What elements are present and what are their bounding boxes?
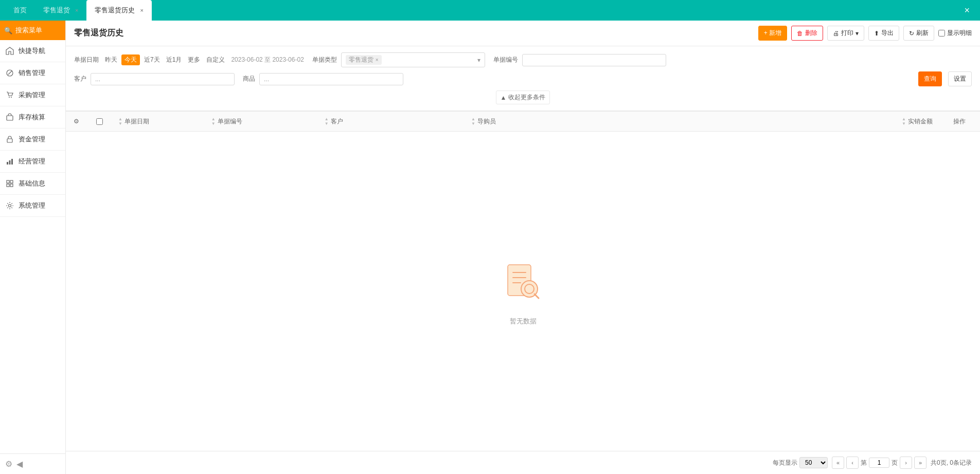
voucher-no-sort-icon: ▲▼: [211, 117, 216, 126]
sidebar-item-finance[interactable]: 资金管理: [0, 129, 65, 151]
app-wrapper: 首页 零售退货 × 零售退货历史 × × 🔍 搜索菜单: [0, 0, 980, 474]
query-button[interactable]: 查询: [918, 71, 942, 86]
export-icon: ⬆: [874, 30, 879, 37]
sidebar-item-sys-mgmt-label: 系统管理: [19, 201, 45, 210]
tab-retail-return-history[interactable]: 零售退货历史 ×: [86, 0, 151, 21]
th-customer[interactable]: ▲▼ 客户: [318, 112, 465, 131]
svg-rect-3: [7, 116, 13, 120]
th-checkbox[interactable]: [86, 112, 112, 131]
print-button[interactable]: 🖨 打印 ▾: [827, 26, 864, 41]
date-opt-7days[interactable]: 近7天: [142, 54, 162, 65]
app-close-button[interactable]: ×: [959, 5, 975, 16]
refresh-icon: ↻: [909, 30, 914, 37]
th-voucher-no-label: 单据编号: [218, 117, 242, 126]
page-title: 零售退货历史: [74, 28, 123, 39]
voucher-no-input[interactable]: [522, 54, 666, 66]
filter-settings-button[interactable]: 设置: [948, 71, 972, 86]
date-opt-custom[interactable]: 自定义: [204, 54, 227, 65]
main-content: 零售退货历史 + 新增 🗑 删除 🖨 打印 ▾ ⬆ 导出: [66, 21, 980, 474]
voucher-date-sort-icon: ▲▼: [118, 117, 122, 126]
customer-selector[interactable]: ...: [91, 73, 235, 85]
select-all-checkbox[interactable]: [96, 118, 103, 125]
pagination: 每页显示 10 20 50 100 « ‹ 第 页 › »: [66, 451, 980, 474]
svg-point-2: [11, 97, 12, 98]
sidebar-search[interactable]: 🔍 搜索菜单: [0, 21, 65, 40]
filter-row-1: 单据日期 昨天 今天 近7天 近1月 更多 自定义 2023-06-02 至 2…: [74, 52, 972, 67]
svg-point-12: [9, 205, 11, 207]
sidebar-item-quick-nav-label: 快捷导航: [19, 46, 45, 56]
show-detail-checkbox-label[interactable]: 显示明细: [938, 29, 972, 38]
main-area: 🔍 搜索菜单 快捷导航 销售管理 采购管理: [0, 21, 980, 474]
sidebar-item-sales-mgmt[interactable]: 销售管理: [0, 62, 65, 84]
show-detail-checkbox[interactable]: [938, 30, 945, 37]
guide-sort-icon: ▲▼: [471, 117, 475, 126]
search-icon: 🔍: [4, 27, 12, 34]
table-area: ⚙ ▲▼ 单据日期 ▲▼ 单据编号 ▲▼ 客户: [66, 111, 980, 451]
filter-voucher-no: 单据编号: [493, 54, 666, 66]
filter-buttons: 查询 设置: [918, 71, 972, 86]
table-settings-icon[interactable]: ⚙: [74, 118, 79, 125]
th-guide[interactable]: ▲▼ 导购员: [465, 112, 578, 131]
sidebar-item-purchase-mgmt[interactable]: 采购管理: [0, 84, 65, 106]
empty-icon: [497, 257, 549, 308]
th-voucher-date[interactable]: ▲▼ 单据日期: [112, 112, 205, 131]
tab-home-label: 首页: [13, 6, 27, 15]
collapse-filter-button[interactable]: ▲ 收起更多条件: [496, 90, 550, 104]
export-button[interactable]: ⬆ 导出: [868, 26, 899, 41]
sidebar-item-quick-nav[interactable]: 快捷导航: [0, 40, 65, 62]
tab-home[interactable]: 首页: [5, 0, 35, 21]
delete-label: 删除: [805, 29, 817, 38]
tab-retail-return-history-close[interactable]: ×: [140, 7, 143, 13]
refresh-button[interactable]: ↻ 刷新: [903, 26, 934, 41]
svg-point-1: [9, 97, 10, 98]
voucher-type-tag-close[interactable]: ×: [376, 57, 379, 63]
svg-rect-5: [7, 162, 8, 165]
tab-retail-return-label: 零售退货: [43, 6, 70, 15]
th-settings[interactable]: ⚙: [66, 112, 86, 131]
sidebar-item-finance-label: 资金管理: [19, 135, 45, 144]
sidebar-item-inventory[interactable]: 库存核算: [0, 106, 65, 129]
date-opt-yesterday[interactable]: 昨天: [103, 54, 119, 65]
voucher-type-dropdown-icon: ▾: [477, 57, 480, 64]
page-size-select[interactable]: 10 20 50 100: [799, 457, 828, 468]
th-operation-label: 操作: [953, 117, 966, 126]
tab-retail-return-close[interactable]: ×: [75, 7, 78, 13]
collapse-filter-label: 收起更多条件: [508, 93, 545, 102]
page-prev-button[interactable]: ‹: [846, 457, 859, 469]
sidebar-settings-button[interactable]: ⚙: [5, 459, 12, 469]
page-nav: « ‹ 第 页 › »: [832, 457, 926, 469]
new-button[interactable]: + 新增: [758, 26, 787, 41]
sidebar-item-sys-mgmt[interactable]: 系统管理: [0, 195, 65, 217]
svg-rect-9: [10, 180, 13, 183]
voucher-date-label: 单据日期: [74, 56, 99, 64]
sidebar-item-base-info[interactable]: 基础信息: [0, 173, 65, 195]
goods-selector[interactable]: ...: [259, 73, 403, 85]
th-actual-amount[interactable]: ▲▼ 实销金额: [859, 112, 939, 131]
delete-button[interactable]: 🗑 删除: [791, 26, 823, 41]
tab-retail-return[interactable]: 零售退货 ×: [35, 0, 86, 21]
date-opt-1month[interactable]: 近1月: [164, 54, 184, 65]
page-next-button[interactable]: ›: [900, 457, 912, 469]
lock-icon: [5, 135, 14, 144]
page-last-button[interactable]: »: [914, 457, 926, 469]
voucher-type-tag-text: 零售退货: [349, 56, 373, 64]
th-voucher-no[interactable]: ▲▼ 单据编号: [205, 112, 318, 131]
sidebar-collapse-button[interactable]: ◀: [16, 459, 23, 469]
page-first-button[interactable]: «: [832, 457, 844, 469]
voucher-type-selector[interactable]: 零售退货 × ▾: [341, 52, 485, 67]
svg-rect-6: [9, 160, 11, 165]
sidebar-item-operations[interactable]: 经营管理: [0, 151, 65, 173]
show-detail-label: 显示明细: [947, 29, 972, 38]
page-size-label: 每页显示: [773, 459, 797, 467]
filter-row-2: 客户 ... 商品 ... 查询 设: [74, 71, 972, 86]
sidebar-item-base-info-label: 基础信息: [19, 179, 45, 188]
home-icon: [5, 46, 14, 56]
date-opt-today[interactable]: 今天: [121, 54, 140, 65]
th-voucher-date-label: 单据日期: [124, 117, 149, 126]
sidebar-footer: ⚙ ◀: [0, 453, 65, 474]
filter-customer: 客户 ...: [74, 73, 235, 85]
date-opt-more[interactable]: 更多: [186, 54, 202, 65]
settings-icon: [5, 201, 14, 210]
svg-line-19: [534, 294, 539, 298]
page-number-input[interactable]: [869, 458, 889, 468]
